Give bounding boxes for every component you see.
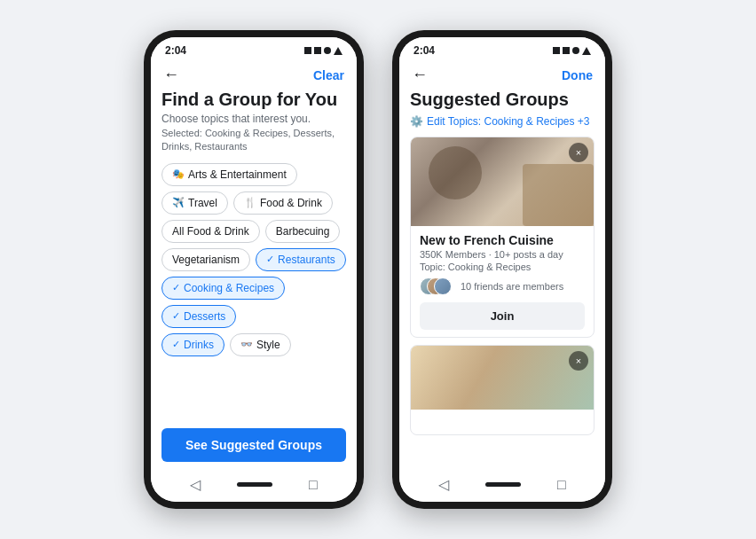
style-icon: 👓 bbox=[240, 339, 253, 350]
battery-icon-3 bbox=[553, 47, 560, 54]
screen-1-selected: Selected: Cooking & Recipes, Desserts, D… bbox=[161, 127, 346, 154]
dismiss-button-2[interactable]: × bbox=[569, 351, 588, 371]
phone-2: 2:04 ← Done Suggested Groups ⚙️ Edit Top… bbox=[392, 30, 612, 509]
suggested-groups-title: Suggested Groups bbox=[410, 90, 595, 110]
chip-label: All Food & Drink bbox=[172, 225, 249, 238]
group-topic-1: Topic: Cooking & Recipes bbox=[420, 262, 585, 272]
wifi-icon bbox=[334, 47, 343, 55]
phone-1: 2:04 ← Clear Find a Group for You Choose… bbox=[144, 30, 364, 509]
bottom-nav-2: ◁ □ bbox=[399, 469, 605, 502]
wifi-icon-2 bbox=[582, 47, 591, 55]
group-members-1: 350K Members · 10+ posts a day bbox=[420, 249, 585, 260]
cooking-image-2 bbox=[411, 346, 594, 410]
travel-icon: ✈️ bbox=[172, 197, 185, 208]
friends-text-1: 10 friends are members bbox=[461, 281, 563, 292]
chip-label: Drinks bbox=[184, 339, 214, 351]
screen-1-title: Find a Group for You bbox=[161, 90, 346, 110]
cooking-image bbox=[411, 137, 594, 226]
signal-icon-2 bbox=[572, 47, 579, 54]
friend-avatars bbox=[420, 277, 446, 295]
chip-row-1: 🎭 Arts & Entertainment bbox=[161, 163, 346, 186]
back-button-1[interactable]: ← bbox=[163, 66, 179, 84]
chip-cooking-recipes[interactable]: ✓ Cooking & Recipes bbox=[161, 277, 285, 300]
chip-label: Cooking & Recipes bbox=[184, 282, 274, 294]
check-icon-cooking: ✓ bbox=[172, 282, 180, 293]
chip-row-5: ✓ Cooking & Recipes ✓ Desserts bbox=[161, 277, 346, 328]
chip-barbecuing[interactable]: Barbecuing bbox=[265, 220, 341, 243]
chip-restaurants[interactable]: ✓ Restaurants bbox=[256, 248, 346, 271]
chip-row-3: All Food & Drink Barbecuing bbox=[161, 220, 346, 243]
nav-bar-2: ← Done bbox=[399, 60, 605, 90]
chip-label: Arts & Entertainment bbox=[188, 168, 287, 181]
bottom-nav-1: ◁ □ bbox=[151, 469, 357, 502]
screen-1-subtitle: Choose topics that interest you. bbox=[161, 113, 346, 125]
status-icons-1 bbox=[304, 47, 343, 55]
square-nav-icon-2[interactable]: □ bbox=[557, 477, 566, 493]
chip-label: Restaurants bbox=[278, 254, 335, 266]
battery-icon-4 bbox=[563, 47, 570, 54]
gear-icon: ⚙️ bbox=[410, 115, 423, 128]
chip-label: Barbecuing bbox=[276, 225, 330, 238]
status-bar-1: 2:04 bbox=[151, 37, 357, 60]
chip-label: Style bbox=[256, 339, 280, 351]
status-time-2: 2:04 bbox=[413, 44, 435, 57]
edit-topics-row[interactable]: ⚙️ Edit Topics: Cooking & Recipes +3 bbox=[410, 115, 595, 128]
screen-1-content: Find a Group for You Choose topics that … bbox=[151, 90, 357, 469]
signal-icon bbox=[324, 47, 331, 54]
check-icon-desserts: ✓ bbox=[172, 310, 180, 322]
chip-row-6: ✓ Drinks 👓 Style bbox=[161, 333, 346, 356]
see-suggested-groups-button[interactable]: See Suggested Groups bbox=[161, 428, 346, 462]
group-card-2: × bbox=[410, 345, 595, 435]
chip-style[interactable]: 👓 Style bbox=[230, 333, 291, 356]
battery-icon-2 bbox=[314, 47, 321, 54]
square-nav-icon-1[interactable]: □ bbox=[309, 477, 318, 493]
chip-label: Desserts bbox=[184, 310, 225, 323]
food-icon: 🍴 bbox=[244, 197, 256, 208]
chip-drinks[interactable]: ✓ Drinks bbox=[161, 333, 224, 356]
chip-row-2: ✈️ Travel 🍴 Food & Drink bbox=[161, 191, 346, 215]
chip-all-food[interactable]: All Food & Drink bbox=[161, 220, 260, 243]
home-indicator-1 bbox=[237, 482, 272, 487]
check-icon-restaurants: ✓ bbox=[266, 254, 274, 265]
group-card-image-1: × bbox=[411, 137, 594, 226]
chip-arts-entertainment[interactable]: 🎭 Arts & Entertainment bbox=[161, 163, 297, 186]
back-button-2[interactable]: ← bbox=[412, 66, 428, 84]
chip-vegetarianism[interactable]: Vegetarianism bbox=[161, 248, 250, 271]
group-card-image-2: × bbox=[411, 346, 594, 434]
chip-label: Vegetarianism bbox=[172, 254, 240, 266]
edit-topics-label: Edit Topics: Cooking & Recipes +3 bbox=[427, 115, 590, 128]
status-icons-2 bbox=[553, 47, 591, 55]
join-button-1[interactable]: Join bbox=[420, 302, 585, 330]
status-time-1: 2:04 bbox=[165, 44, 186, 57]
clear-button[interactable]: Clear bbox=[313, 68, 344, 82]
status-bar-2: 2:04 bbox=[399, 37, 605, 60]
chip-food-drink[interactable]: 🍴 Food & Drink bbox=[233, 191, 333, 215]
chip-label: Travel bbox=[188, 197, 217, 209]
home-indicator-2 bbox=[485, 482, 521, 487]
nav-bar-1: ← Clear bbox=[151, 60, 357, 90]
group-card-body-1: New to French Cuisine 350K Members · 10+… bbox=[411, 226, 594, 337]
chip-row-4: Vegetarianism ✓ Restaurants bbox=[161, 248, 346, 271]
chip-label: Food & Drink bbox=[260, 197, 322, 209]
arts-icon: 🎭 bbox=[172, 168, 185, 180]
done-button[interactable]: Done bbox=[562, 68, 593, 82]
back-nav-icon-2[interactable]: ◁ bbox=[438, 476, 449, 493]
screen-2-content: Suggested Groups ⚙️ Edit Topics: Cooking… bbox=[399, 90, 605, 469]
back-nav-icon-1[interactable]: ◁ bbox=[190, 476, 201, 493]
dismiss-button-1[interactable]: × bbox=[569, 143, 588, 162]
avatar-3 bbox=[434, 277, 452, 295]
check-icon-drinks: ✓ bbox=[172, 339, 180, 350]
group-card-1: × New to French Cuisine 350K Members · 1… bbox=[410, 137, 595, 338]
battery-icon bbox=[304, 47, 311, 54]
chip-desserts[interactable]: ✓ Desserts bbox=[161, 305, 236, 328]
friends-row-1: 10 friends are members bbox=[420, 277, 585, 295]
group-name-1: New to French Cuisine bbox=[420, 233, 585, 247]
chip-travel[interactable]: ✈️ Travel bbox=[161, 191, 228, 215]
